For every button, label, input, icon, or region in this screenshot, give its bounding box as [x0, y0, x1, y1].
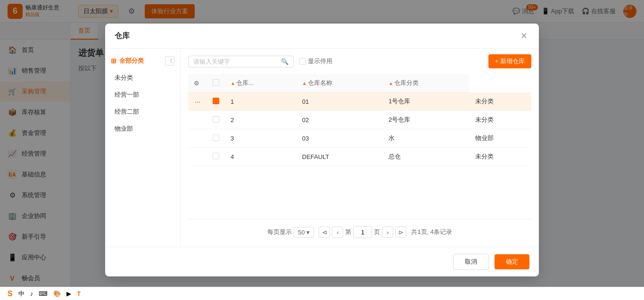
modal-close-button[interactable]: ✕: [518, 30, 529, 42]
statusbar-paint[interactable]: 🎨: [53, 290, 61, 297]
category-header: ⊞ 全部分类 《: [105, 52, 180, 69]
warehouse-modal: 仓库 ✕ ⊞ 全部分类 《 未分类 经营一部 经营二部 物业部: [105, 24, 539, 276]
category-item-unclassified[interactable]: 未分类: [105, 69, 180, 86]
select-all-checkbox[interactable]: [213, 79, 219, 86]
modal-body: ⊞ 全部分类 《 未分类 经营一部 经营二部 物业部 🔍: [105, 49, 539, 247]
row-num: 4: [225, 148, 297, 166]
modal-content-area: 🔍 显示停用 + 新增仓库 ⚙: [181, 49, 539, 247]
add-warehouse-button[interactable]: + 新增仓库: [488, 54, 531, 68]
modal-toolbar: 🔍 显示停用 + 新增仓库: [188, 54, 531, 68]
search-box: 🔍: [188, 56, 294, 67]
row-category: 未分类: [470, 92, 531, 111]
row-gear: [188, 148, 207, 166]
disabled-checkbox[interactable]: [299, 58, 306, 65]
row-check[interactable]: [207, 148, 225, 166]
next-page-button[interactable]: ›: [382, 226, 393, 238]
page-label: 第: [345, 228, 351, 236]
gear-icon: ⚙: [194, 80, 199, 87]
show-disabled-label: 显示停用: [308, 57, 332, 66]
per-page-select[interactable]: 50 ▾: [294, 227, 314, 238]
row-gear: [188, 129, 207, 148]
row-warehouse-name: 1号仓库: [383, 92, 469, 111]
row-num: 3: [225, 129, 297, 148]
col-name: ▲ 仓库名称: [297, 74, 383, 92]
modal-title: 仓库: [115, 31, 130, 41]
page-input[interactable]: [353, 226, 372, 238]
row-category: 未分类: [470, 148, 531, 166]
row-check[interactable]: [207, 129, 225, 148]
row-check[interactable]: [207, 92, 225, 111]
row-code: 02: [297, 111, 383, 129]
cancel-button[interactable]: 取消: [453, 254, 489, 270]
modal-toolbar-left: 🔍 显示停用: [188, 56, 332, 67]
warehouse-table: ⚙ ▲ 仓库...: [188, 74, 531, 166]
prev-page-button[interactable]: ‹: [332, 226, 343, 238]
col-category: ▲ 仓库分类: [383, 74, 469, 92]
collapse-button[interactable]: 《: [165, 56, 174, 66]
grid-icon: ⊞: [111, 57, 116, 65]
show-disabled-checkbox[interactable]: 显示停用: [299, 57, 332, 66]
statusbar-logo: S: [8, 290, 13, 298]
modal-footer: 取消 确定: [105, 247, 539, 276]
statusbar-text[interactable]: T: [77, 290, 81, 297]
per-page-label: 每页显示: [267, 228, 292, 236]
sort-icon2: ▲: [302, 81, 307, 86]
statusbar: S 中 ♪ ⌨ 🎨 ▶ T: [0, 287, 644, 300]
statusbar-play[interactable]: ▶: [66, 290, 71, 297]
row-num: 1: [225, 92, 297, 111]
total-label: 共1页, 4条记录: [411, 228, 452, 236]
search-icon[interactable]: 🔍: [281, 58, 289, 65]
pagination: 每页显示 50 ▾ ⊲ ‹ 第 页 › ⊳: [188, 219, 531, 241]
modal-header: 仓库 ✕: [105, 24, 539, 49]
last-page-button[interactable]: ⊳: [395, 226, 406, 238]
page-size-selector: 每页显示 50 ▾: [267, 227, 314, 238]
category-item-operations1[interactable]: 经营一部: [105, 86, 180, 103]
table-row[interactable]: ··· 1 01 1号仓库 未分类: [188, 92, 531, 111]
table-row[interactable]: 2 02 2号仓库 未分类: [188, 111, 531, 129]
row-num: 2: [225, 111, 297, 129]
sort-icon: ▲: [231, 81, 235, 86]
row-check[interactable]: [207, 111, 225, 129]
row-category: 物业部: [470, 129, 531, 148]
statusbar-s-icon: S: [8, 290, 13, 298]
search-input[interactable]: [193, 58, 278, 65]
table-row[interactable]: 3 03 水 物业部: [188, 129, 531, 148]
col-gear: ⚙: [188, 74, 207, 92]
statusbar-sound[interactable]: ♪: [30, 290, 33, 297]
confirm-button[interactable]: 确定: [495, 254, 529, 269]
first-page-button[interactable]: ⊲: [319, 226, 330, 238]
category-sidebar: ⊞ 全部分类 《 未分类 经营一部 经营二部 物业部: [105, 49, 181, 247]
row-warehouse-name: 总仓: [383, 148, 469, 166]
row-code: 03: [297, 129, 383, 148]
category-item-property[interactable]: 物业部: [105, 120, 180, 137]
sort-icon3: ▲: [388, 81, 393, 86]
modal-overlay: 仓库 ✕ ⊞ 全部分类 《 未分类 经营一部 经营二部 物业部: [0, 0, 644, 300]
col-code: ▲ 仓库...: [225, 74, 297, 92]
category-title: ⊞ 全部分类: [111, 57, 144, 65]
page-unit: 页: [374, 228, 380, 236]
category-item-operations2[interactable]: 经营二部: [105, 103, 180, 120]
row-gear: ···: [188, 92, 207, 111]
row-warehouse-name: 2号仓库: [383, 111, 469, 129]
row-gear: [188, 111, 207, 129]
row-category: 未分类: [470, 111, 531, 129]
col-check: [207, 74, 225, 92]
chevron-icon: ▾: [306, 229, 310, 236]
page-navigation: ⊲ ‹ 第 页 › ⊳: [319, 226, 406, 238]
row-code: 01: [297, 92, 383, 111]
row-code: DEFAULT: [297, 148, 383, 166]
statusbar-lang[interactable]: 中: [18, 290, 25, 298]
per-page-value: 50: [298, 229, 305, 236]
statusbar-keyboard[interactable]: ⌨: [39, 290, 48, 297]
row-warehouse-name: 水: [383, 129, 469, 148]
table-row[interactable]: 4 DEFAULT 总仓 未分类: [188, 148, 531, 166]
